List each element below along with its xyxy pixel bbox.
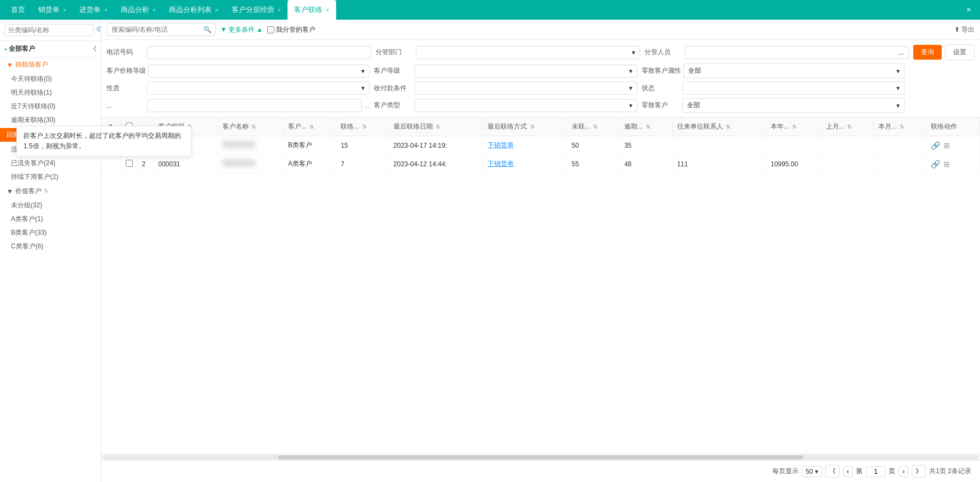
sidebar-item-tomorrow[interactable]: 明天待联络(1): [0, 86, 101, 100]
nav-product-analysis-close[interactable]: ×: [152, 7, 156, 13]
sort-lastmonth-icon: ⇅: [847, 124, 852, 130]
horizontal-scrollbar[interactable]: [101, 454, 980, 460]
td-code-2: 000031: [154, 155, 218, 173]
customer-level-select[interactable]: ▾: [414, 65, 637, 78]
link-icon-1[interactable]: 🔗: [931, 141, 940, 150]
nav-product-list-close[interactable]: ×: [215, 7, 218, 13]
my-customers-checkbox[interactable]: [267, 26, 274, 33]
contact-method-link-1[interactable]: 下销货单: [488, 141, 514, 149]
th-overdue[interactable]: 逾期... ⇅: [620, 118, 672, 136]
customer-type-select[interactable]: ▾: [414, 99, 637, 112]
group-value-customer[interactable]: ▼ 价值客户 ✎: [0, 184, 101, 199]
setting-btn[interactable]: 设置: [945, 44, 975, 60]
td-this-year-2: 10995.00: [766, 155, 821, 173]
td-contact-1: 15: [336, 136, 389, 155]
retail-customer-select[interactable]: 全部 ▾: [682, 98, 905, 113]
td-company-contact-1: [672, 136, 766, 155]
nav-home[interactable]: 首页: [4, 0, 32, 20]
sidebar-item-class-c[interactable]: C类客户(6): [0, 240, 101, 253]
status-select[interactable]: ▾: [682, 82, 905, 95]
nav-product-analysis[interactable]: 商品分析 ×: [114, 0, 162, 20]
sidebar-item-lost[interactable]: 已流失客户(24): [0, 156, 101, 170]
price-level-select[interactable]: ▾: [148, 65, 369, 78]
prev-page-btn[interactable]: ‹: [843, 466, 853, 477]
next-page-btn[interactable]: ›: [899, 466, 908, 477]
page-size-select[interactable]: 50 ▾: [802, 466, 822, 477]
person-select[interactable]: ...: [685, 46, 909, 59]
grid-icon-1[interactable]: ⊞: [943, 141, 950, 150]
sidebar-search-input[interactable]: [4, 24, 94, 36]
sidebar-search-bar: 🔍: [0, 20, 101, 41]
dept-select[interactable]: ▾: [416, 46, 640, 59]
action-icons-1: 🔗 ⊞: [931, 141, 975, 150]
nav-customer-contact[interactable]: 客户联络 ×: [287, 0, 336, 20]
link-icon-2[interactable]: 🔗: [931, 160, 940, 169]
nav-purchase[interactable]: 进货单 ×: [73, 0, 114, 20]
th-uncontacted[interactable]: 未联... ⇅: [567, 118, 619, 136]
content-area: 🔍 ▼ 更多条件 ▲ 我分管的客户 ⬆ 导出 电话号码: [101, 20, 980, 482]
last-page-btn[interactable]: 》: [912, 465, 926, 478]
advanced-filters: 电话号码 分管部门 ▾ 分管人员 ...: [101, 40, 980, 118]
edit-icon[interactable]: ✎: [44, 188, 49, 195]
nav-purchase-close[interactable]: ×: [104, 7, 107, 13]
chevron-down-icon: ▾: [815, 468, 818, 475]
td-checkbox-2[interactable]: [121, 155, 137, 173]
th-this-month[interactable]: 本月... ⇅: [873, 118, 926, 136]
customer-name-blur-2: [222, 159, 255, 167]
th-name[interactable]: 客户名称 ⇅: [218, 118, 283, 136]
contact-method-link-2[interactable]: 下销货单: [488, 160, 514, 167]
nav-customer-contact-close[interactable]: ×: [326, 7, 329, 13]
th-contact[interactable]: 联络... ⇅: [336, 118, 389, 136]
nav-sales[interactable]: 销货单 ×: [32, 0, 73, 20]
first-page-btn[interactable]: 《: [825, 465, 840, 478]
td-method-2[interactable]: 下销货单: [483, 155, 567, 173]
td-index-2: 2: [137, 155, 154, 173]
sidebar-item-today[interactable]: 今天待联络(0): [0, 72, 101, 86]
retail-attr-select[interactable]: 全部 ▾: [683, 63, 905, 78]
main-search-input[interactable]: [107, 23, 216, 36]
grid-icon-2[interactable]: ⊞: [943, 160, 950, 169]
th-last-month[interactable]: 上月... ⇅: [821, 118, 873, 136]
sidebar-item-overdue[interactable]: 逾期未联络(30): [0, 113, 101, 127]
phone-input[interactable]: [147, 46, 371, 59]
nav-product-list[interactable]: 商品分析列表 ×: [162, 0, 225, 20]
sidebar-item-unclassified[interactable]: 未分组(32): [0, 199, 101, 212]
group-pending-contact[interactable]: ▼ 待联络客户: [0, 57, 101, 72]
sidebar-item-7days[interactable]: 近7天待联络(0): [0, 100, 101, 113]
export-btn[interactable]: ⬆ 导出: [954, 25, 975, 34]
filter-row-4: ... ... 客户类型 ▾ 零散客户 全部 ▾: [107, 98, 975, 113]
window-close-btn[interactable]: ×: [962, 5, 976, 15]
scroll-thumb[interactable]: [278, 455, 803, 460]
row2-checkbox[interactable]: [126, 160, 133, 167]
filter-field-customer-type: 客户类型 ▾: [374, 99, 637, 112]
filter-field-retail-attr: 零散客户属性 全部 ▾: [642, 63, 905, 78]
sidebar-item-declining[interactable]: 持续下滑客户(2): [0, 170, 101, 184]
chevron-down-icon: ▾: [361, 84, 365, 92]
filter-row-2: 客户价格等级 ▾ 客户等级 ▾ 零散客户属性 全部: [107, 63, 975, 78]
nav-customer-layer-close[interactable]: ×: [278, 7, 281, 13]
extra-input[interactable]: [147, 99, 362, 112]
td-method-1[interactable]: 下销货单: [483, 136, 567, 155]
scroll-track[interactable]: [103, 455, 978, 460]
th-this-year[interactable]: 本年... ⇅: [766, 118, 821, 136]
th-company-contact[interactable]: 往来单位联系人 ⇅: [672, 118, 766, 136]
th-last-contact-method[interactable]: 最后联络方式 ⇅: [483, 118, 567, 136]
sidebar-search-icon[interactable]: 🔍: [96, 26, 101, 34]
payment-select[interactable]: ▾: [414, 82, 637, 95]
my-customers-checkbox-label[interactable]: 我分管的客户: [267, 25, 315, 34]
sidebar-item-class-b[interactable]: B类客户(33): [0, 226, 101, 240]
th-last-contact-date[interactable]: 最后联络日期 ⇅: [389, 118, 483, 136]
more-conditions-btn[interactable]: ▼ 更多条件 ▲: [220, 25, 263, 34]
nav-customer-layer[interactable]: 客户分层经营 ×: [225, 0, 287, 20]
group-arrow: ▼: [7, 61, 13, 69]
nature-select[interactable]: ▾: [147, 82, 369, 95]
query-btn[interactable]: 查询: [913, 45, 942, 60]
nav-sales-close[interactable]: ×: [63, 7, 66, 13]
more-icon[interactable]: ...: [364, 102, 369, 109]
sidebar-item-class-a[interactable]: A类客户(1): [0, 212, 101, 226]
page-input[interactable]: [866, 466, 885, 477]
collapse-btn[interactable]: 《: [90, 45, 96, 53]
th-type[interactable]: 客户... ⇅: [283, 118, 336, 136]
all-customers-header[interactable]: ▪ 全部客户 《: [0, 41, 101, 57]
main-search-icon[interactable]: 🔍: [203, 26, 212, 33]
